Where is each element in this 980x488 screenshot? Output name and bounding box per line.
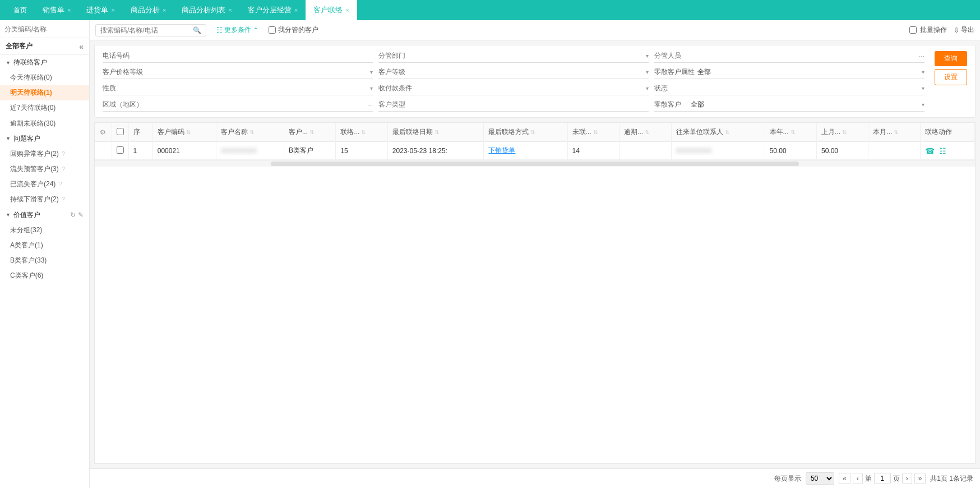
row-cell-10 [620,142,671,160]
filter-region[interactable]: 区域（地区） ··· [103,100,373,112]
sidebar-item-overdue[interactable]: 逾期未联络(30) [0,116,89,131]
col-this-month[interactable]: 本月... ⇅ [868,123,920,142]
export-button[interactable]: ⇩ 导出 [954,25,974,35]
nav-close-customer-contact[interactable]: × [345,7,349,13]
scroll-bar-thumb [271,162,799,166]
filter-dept[interactable]: 分管部门 ▾ [378,51,649,63]
sidebar-collapse-icon[interactable]: « [79,42,84,51]
col-unit-contact[interactable]: 往来单位联系人 ⇅ [671,123,765,142]
sidebar-search-input[interactable] [4,25,89,33]
row-cell-11: XXXXXXXX [671,142,765,160]
col-last-contact-method[interactable]: 最后联络方式 ⇅ [484,123,567,142]
filter-customer-level-label: 客户等级 [378,67,412,77]
col-last-month[interactable]: 上月... ⇅ [817,123,868,142]
chevron-down-icon-6: ▾ [646,85,649,91]
dots-icon-person[interactable]: ··· [919,52,924,60]
sidebar-item-type-b[interactable]: B类客户(33) [0,253,89,268]
col-this-year[interactable]: 本年... ⇅ [765,123,816,142]
nav-close-analysis[interactable]: × [163,7,166,13]
row-cell-13: 50.00 [817,142,868,160]
col-settings[interactable]: ⚙ [95,123,112,142]
batch-op-button[interactable]: 批量操作 [909,25,947,35]
nav-analysis[interactable]: 商品分析× [123,0,174,20]
filter-price-level[interactable]: 客户价格等级 ▾ [103,67,373,79]
sidebar-pending-group[interactable]: 待联络客户 [0,55,89,70]
phone-icon[interactable]: ☎ [925,146,935,155]
prev-page-button[interactable]: ‹ [853,473,863,484]
row-cell-15: ☎☷ [920,142,974,160]
filter-payment[interactable]: 收付款条件 ▾ [378,84,649,95]
sidebar-item-today[interactable]: 今天待联络(0) [0,70,89,85]
filter-customer-level[interactable]: 客户等级 ▾ [378,67,649,79]
refresh-icon[interactable]: ↻ [70,211,76,219]
my-customers-checkbox[interactable] [269,26,276,34]
my-customers-checkbox-container[interactable]: 我分管的客户 [269,25,318,35]
col-action: 联络动作 [920,123,974,142]
filter-nature[interactable]: 性质 ▾ [103,84,373,95]
search-icon[interactable]: 🔍 [193,26,201,34]
sort-icon-unreached: ⇅ [593,129,598,135]
nav-customer-tier[interactable]: 客户分层经营× [240,0,306,20]
col-checkbox[interactable] [112,123,128,142]
sidebar-value-group[interactable]: 价值客户 ↻ ✎ [0,208,89,223]
col-last-contact-date[interactable]: 最后联络日期 ⇅ [387,123,484,142]
search-input[interactable] [100,26,190,34]
nav-close-customer-tier[interactable]: × [294,7,298,13]
chevron-down-icon-3: ▾ [646,69,649,75]
row-checkbox[interactable] [112,142,128,160]
sidebar-problem-label: 问题客户 [13,134,40,144]
col-unreached[interactable]: 未联... ⇅ [567,123,619,142]
nav-close-analysis-list[interactable]: × [228,7,232,13]
grid-icon[interactable]: ☷ [939,146,946,155]
toolbar-right: 批量操作 ⇩ 导出 [909,25,974,35]
first-page-button[interactable]: « [839,473,850,484]
filter-region-label: 区域（地区） [103,100,143,109]
select-all-checkbox[interactable] [117,128,124,135]
sidebar-item-churned[interactable]: 已流失客户(24) ? [0,177,89,192]
query-button[interactable]: 查询 [935,51,967,66]
sidebar-item-churn-warning[interactable]: 流失预警客户(3) ? [0,162,89,177]
col-ty-label: 本年... [770,127,789,137]
dots-icon-region[interactable]: ··· [367,101,373,109]
edit-icon[interactable]: ✎ [78,211,84,219]
filter-customer-type[interactable]: 客户类型 [378,100,649,112]
filter-retail-attr[interactable]: 零散客户属性 全部 ▾ [654,67,924,79]
sidebar-all-customers[interactable]: 全部客户 « [0,38,89,55]
nav-customer-contact[interactable]: 客户联络× [306,0,357,20]
more-filter-button[interactable]: ☷ 更多条件 ⌃ [212,24,263,36]
sidebar-item-week[interactable]: 近7天待联络(0) [0,100,89,116]
col-lm-label: 上月... [821,127,840,137]
last-page-button[interactable]: » [914,473,926,484]
col-name[interactable]: 客户名称 ⇅ [216,123,284,142]
col-overdue[interactable]: 逾期... ⇅ [620,123,671,142]
scroll-bar[interactable] [95,160,975,167]
nav-close-purchase[interactable]: × [111,7,114,13]
row-gear[interactable] [95,142,112,160]
nav-home[interactable]: 首页 [6,0,35,20]
batch-checkbox[interactable] [909,26,917,34]
sort-icon-ty: ⇅ [791,129,795,135]
sidebar-item-type-c[interactable]: C类客户(6) [0,268,89,283]
sidebar-item-tomorrow[interactable]: 明天待联络(1) [0,85,89,100]
next-page-button[interactable]: › [902,473,912,484]
nav-purchase[interactable]: 进货单× [78,0,122,20]
nav-analysis-list[interactable]: 商品分析列表× [174,0,239,20]
sidebar-item-ungrouped[interactable]: 未分组(32) [0,223,89,238]
sidebar-item-type-a[interactable]: A类客户(1) [0,238,89,253]
col-contact[interactable]: 联络... ⇅ [336,123,387,142]
filter-retail[interactable]: 零散客户 全部 ▾ [654,100,924,112]
filter-person[interactable]: 分管人员 ··· [654,51,924,63]
nav-sales[interactable]: 销售单× [35,0,78,20]
col-code-label: 客户编码 [158,127,184,137]
main-layout: 🔍 全部客户 « 待联络客户 今天待联络(0) 明天待联络(1) 近7天待联络(… [0,20,980,488]
nav-close-sales[interactable]: × [67,7,71,13]
per-page-select[interactable]: 50 100 200 [806,472,834,485]
reset-button[interactable]: 设置 [935,69,967,85]
sidebar-item-repurchase[interactable]: 回购异常客户(2) ? [0,146,89,162]
col-code[interactable]: 客户编码 ⇅ [152,123,216,142]
col-type[interactable]: 客户... ⇅ [284,123,335,142]
filter-status[interactable]: 状态 ▾ [654,84,924,95]
sidebar-problem-group[interactable]: 问题客户 [0,131,89,146]
sidebar-item-declining[interactable]: 持续下滑客户(2) ? [0,192,89,207]
page-number-input[interactable] [874,473,891,484]
